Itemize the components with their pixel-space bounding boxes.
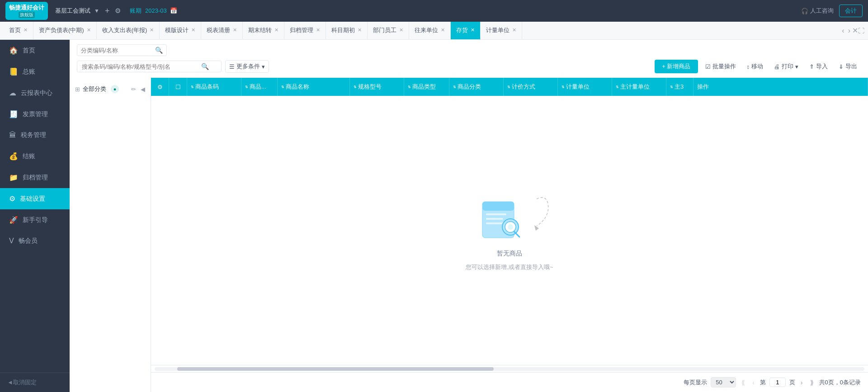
tab-nav-right[interactable]: › xyxy=(846,27,852,35)
tab-close-icon[interactable]: ✕ xyxy=(87,27,91,33)
tab-资产负债表(中期)[interactable]: 资产负债表(中期)✕ xyxy=(33,22,97,40)
page-next-button[interactable]: › xyxy=(799,379,805,386)
company-dropdown-icon[interactable]: ▼ xyxy=(94,8,99,14)
sidebar-icon-基础设置: ⚙ xyxy=(9,194,15,203)
sidebar-item-发票管理[interactable]: 🧾发票管理 xyxy=(0,104,70,125)
classify-search-input[interactable] xyxy=(81,47,153,54)
tab-计量单位[interactable]: 计量单位✕ xyxy=(481,22,522,40)
sidebar-item-总账[interactable]: 📒总账 xyxy=(0,61,70,82)
new-product-button[interactable]: + 新增商品 xyxy=(655,60,698,73)
per-page-select[interactable]: 50 10 20 100 xyxy=(711,377,736,387)
empty-main-text: 暂无商品 xyxy=(497,250,522,258)
sidebar-item-新手引导[interactable]: 🚀新手引导 xyxy=(0,209,70,231)
illustration-svg xyxy=(478,197,528,242)
main-layout: 🏠首页📒总账☁云报表中心🧾发票管理🏛税务管理💰结账📁归档管理⚙基础设置🚀新手引导… xyxy=(0,40,868,392)
tab-close-icon[interactable]: ✕ xyxy=(471,27,475,33)
th-main-unit[interactable]: ⇅ 主计量单位 xyxy=(612,78,666,96)
tab-close-icon[interactable]: ✕ xyxy=(512,27,516,33)
tab-往来单位[interactable]: 往来单位✕ xyxy=(409,22,451,40)
horizontal-scrollbar[interactable] xyxy=(151,365,868,372)
th-settings[interactable]: ⚙ xyxy=(151,78,169,96)
product-search-icon[interactable]: 🔍 xyxy=(201,63,209,70)
th-checkbox-icon: ☐ xyxy=(175,84,181,90)
tab-close-all-button[interactable]: ✕ xyxy=(852,26,858,35)
collapse-panel-icon[interactable]: ◀ xyxy=(141,86,145,93)
tab-nav-left[interactable]: ‹ xyxy=(840,27,846,35)
move-button[interactable]: ↕ 移动 xyxy=(743,61,767,72)
sidebar-icon-发票管理: 🧾 xyxy=(9,110,18,118)
more-conditions-button[interactable]: ☰ 更多条件 ▾ xyxy=(225,60,269,73)
scrollbar-track[interactable] xyxy=(155,367,864,371)
tab-税表清册[interactable]: 税表清册✕ xyxy=(201,22,243,40)
tab-部门员工[interactable]: 部门员工✕ xyxy=(368,22,409,40)
tab-close-icon[interactable]: ✕ xyxy=(358,27,362,33)
consulting-button[interactable]: 🎧 人工咨询 xyxy=(801,7,834,15)
sidebar-icon-新手引导: 🚀 xyxy=(9,216,18,224)
tab-close-icon[interactable]: ✕ xyxy=(441,27,445,33)
sidebar-icon-税务管理: 🏛 xyxy=(9,131,16,139)
tab-首页[interactable]: 首页✕ xyxy=(4,22,33,40)
th-barcode[interactable]: ⇅ 商品条码 xyxy=(187,78,241,96)
sidebar-item-基础设置[interactable]: ⚙基础设置 xyxy=(0,188,70,209)
settings-icon[interactable]: ⚙ xyxy=(115,7,121,15)
th-name[interactable]: ⇅ 商品名称 xyxy=(278,78,350,96)
page-prev-button[interactable]: ‹ xyxy=(750,379,756,386)
calendar-icon[interactable]: 📅 xyxy=(170,7,177,14)
product-search-box[interactable]: 🔍 xyxy=(77,61,222,72)
tab-close-icon[interactable]: ✕ xyxy=(399,27,403,33)
edit-category-icon[interactable]: ✏ xyxy=(131,86,136,93)
th-3[interactable]: ⇅ 主3 xyxy=(666,78,693,96)
th-code[interactable]: ⇅ 商品... xyxy=(241,78,278,96)
tab-科目期初[interactable]: 科目期初✕ xyxy=(326,22,368,40)
tab-归档管理[interactable]: 归档管理✕ xyxy=(284,22,326,40)
th-price-method[interactable]: ⇅ 计价方式 xyxy=(504,78,558,96)
empty-illustration xyxy=(478,197,528,244)
tab-存货[interactable]: 存货✕ xyxy=(451,22,481,40)
sidebar-item-云报表中心[interactable]: ☁云报表中心 xyxy=(0,82,70,104)
add-tab-button[interactable]: + xyxy=(105,6,110,16)
import-button[interactable]: ⇑ 导入 xyxy=(806,61,831,72)
page-number-input[interactable] xyxy=(769,378,786,387)
tab-close-icon[interactable]: ✕ xyxy=(233,27,237,33)
sort-icon: ⇅ xyxy=(670,85,673,89)
unpin-button[interactable]: ◄取消固定 xyxy=(0,373,70,392)
content-area: 🔍 🔍 ☰ 更多条件 ▾ + 新增商品 ☑ 批量操作 xyxy=(70,40,868,392)
sidebar-item-畅会员[interactable]: V畅会员 xyxy=(0,231,70,251)
sidebar-item-结账[interactable]: 💰结账 xyxy=(0,146,70,167)
product-search-input[interactable] xyxy=(82,63,199,70)
th-spec[interactable]: ⇅ 规格型号 xyxy=(350,78,404,96)
unpin-label: ◄取消固定 xyxy=(7,378,37,387)
tab-close-icon[interactable]: ✕ xyxy=(274,27,278,33)
all-category-item[interactable]: ⊞ 全部分类 ● ✏ ◀ xyxy=(70,81,151,97)
tab-close-icon[interactable]: ✕ xyxy=(24,27,28,33)
tab-模版设计[interactable]: 模版设计✕ xyxy=(160,22,201,40)
page-suffix: 页 xyxy=(789,378,795,387)
sidebar-item-首页[interactable]: 🏠首页 xyxy=(0,40,70,61)
th-unit[interactable]: ⇅ 计量单位 xyxy=(558,78,612,96)
classify-search-icon[interactable]: 🔍 xyxy=(155,47,163,54)
th-category[interactable]: ⇅ 商品分类 xyxy=(449,78,504,96)
tab-close-icon[interactable]: ✕ xyxy=(191,27,195,33)
logo-area: 畅捷通好会计 旗舰版 xyxy=(5,2,48,20)
sidebar-item-归档管理[interactable]: 📁归档管理 xyxy=(0,167,70,188)
sidebar-item-税务管理[interactable]: 🏛税务管理 xyxy=(0,125,70,146)
tab-maximize-button[interactable]: ⛶ xyxy=(858,27,864,34)
company-name[interactable]: 基层工会测试 xyxy=(55,7,90,15)
kuaiji-button[interactable]: 会计 xyxy=(839,5,863,17)
th-checkbox[interactable]: ☐ xyxy=(169,78,187,96)
page-first-button[interactable]: ⟪ xyxy=(740,379,747,386)
classify-search-box[interactable]: 🔍 xyxy=(77,44,167,56)
page-last-button[interactable]: ⟫ xyxy=(808,379,816,386)
batch-op-button[interactable]: ☑ 批量操作 xyxy=(702,61,740,72)
scrollbar-thumb[interactable] xyxy=(177,367,494,371)
print-icon: 🖨 xyxy=(774,63,780,70)
tab-close-icon[interactable]: ✕ xyxy=(316,27,320,33)
tab-期末结转[interactable]: 期末结转✕ xyxy=(243,22,284,40)
tab-close-icon[interactable]: ✕ xyxy=(150,27,154,33)
print-button[interactable]: 🖨 打印 ▾ xyxy=(770,61,802,72)
tab-收入支出表(年报)[interactable]: 收入支出表(年报)✕ xyxy=(97,22,160,40)
export-button[interactable]: ⇓ 导出 xyxy=(835,61,861,72)
empty-decoration xyxy=(464,190,555,244)
th-type[interactable]: ⇅ 商品类型 xyxy=(404,78,449,96)
batch-op-icon: ☑ xyxy=(705,63,711,70)
